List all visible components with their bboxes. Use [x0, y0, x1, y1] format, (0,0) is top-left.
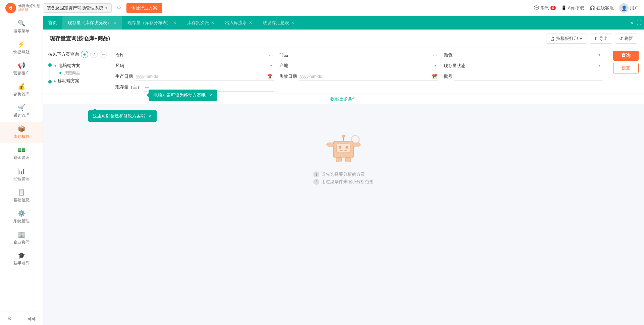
back-button[interactable]: ← [100, 51, 107, 58]
desktop-scheme-item[interactable]: ▼ 电脑端方案 [54, 62, 107, 69]
print-button[interactable]: 🖨 按模板打印 ▼ [546, 34, 587, 44]
tab-close-icon[interactable]: ✕ [173, 20, 176, 25]
sidebar-label-operations: 经营管理 [13, 176, 30, 182]
set-button[interactable]: 设置 [613, 63, 639, 73]
sidebar-label-search: 搜索菜单 [13, 28, 30, 34]
chevron-down-icon2: ▼ [269, 64, 273, 67]
scheme-tooltip: 电脑方案可设为移动方案哦 ✕ [149, 90, 217, 101]
warehouse-more-icon[interactable]: ··· [269, 52, 273, 58]
sidebar-label-enterprise: 企业协同 [13, 239, 30, 245]
stock-status-input[interactable]: ▼ [468, 61, 602, 70]
chevron-down-icon3: ▼ [434, 64, 437, 67]
tab-close-icon[interactable]: ✕ [113, 20, 117, 25]
close-all-icon[interactable]: ✕ [630, 20, 634, 25]
sidebar-item-system[interactable]: ⚙️ 系统管理 [0, 206, 43, 227]
sidebar-item-newbie[interactable]: 🎓 新手引导 [0, 249, 43, 270]
desktop-child-item: ● 按照商品 [54, 69, 107, 76]
product-input[interactable]: ··· [290, 51, 438, 59]
scheme-tooltip-close[interactable]: ✕ [209, 93, 212, 98]
newbie-icon: 🎓 [18, 252, 25, 259]
action-buttons: 查询 设置 [608, 48, 644, 94]
sidebar-item-enterprise[interactable]: 🏢 企业协同 [0, 227, 43, 249]
expiry-date-input[interactable]: yyyy-mm-dd 📅 [299, 72, 438, 81]
batch-input[interactable] [454, 72, 602, 81]
tab-close-icon[interactable]: ✕ [211, 20, 214, 25]
production-date-input[interactable]: yyyy-mm-dd 📅 [135, 72, 274, 81]
color-input[interactable]: ▼ [454, 51, 602, 59]
sidebar-item-purchase[interactable]: 🛒 采购管理 [0, 101, 43, 122]
content-area: 首页 现存量（库存状况表） ✕ 现存量（库存分布表） ✕ 库存批次账 ✕ 出入库… [43, 16, 644, 325]
trial-button[interactable]: 体验行业方案 [126, 3, 162, 13]
tab-summary[interactable]: 收发存汇总表 ✕ [258, 16, 300, 30]
sales-icon: 💰 [18, 83, 25, 90]
origin-input[interactable]: ▼ [290, 61, 438, 70]
origin-filter: 产地 ▼ [279, 61, 438, 70]
sidebar-item-guide[interactable]: ⚡ 快捷导航 [0, 37, 43, 58]
tab-close-icon[interactable]: ✕ [249, 20, 252, 25]
sidebar-label-newbie: 新手引导 [13, 261, 30, 266]
message-button[interactable]: 💬 消息 6 [534, 5, 556, 11]
export-button[interactable]: ⬆ 导出 [590, 34, 612, 44]
tab-close-icon[interactable]: ✕ [291, 20, 294, 25]
edit-tooltip-close[interactable]: ✕ [149, 114, 152, 118]
sidebar-item-search[interactable]: 🔍 搜索菜单 [0, 16, 43, 37]
calendar-icon[interactable]: 📅 [267, 74, 273, 79]
tab-inventory-distribution[interactable]: 现存量（库存分布表） ✕ [122, 16, 182, 30]
edit-tooltip: 这里可以创建和修改方案哦 ✕ [88, 110, 157, 122]
warehouse-input[interactable]: ··· [126, 51, 274, 59]
add-scheme-button[interactable]: + [81, 51, 88, 58]
step2-num: 2 [313, 179, 319, 185]
scheme-list: ▼ 电脑端方案 ● 按照商品 ▶ [54, 62, 107, 85]
page-title: 现存量查询(按仓库+商品) [50, 35, 110, 42]
size-input[interactable]: ▼ [126, 61, 274, 70]
calendar-icon2[interactable]: 📅 [431, 74, 437, 79]
svg-point-3 [345, 146, 348, 149]
app-download-button[interactable]: 📱 App下载 [561, 5, 584, 11]
tab-inventory-batch[interactable]: 库存批次账 ✕ [182, 16, 220, 30]
sidebar-item-basic[interactable]: 📋 基础信息 [0, 185, 43, 206]
header-actions: 🖨 按模板打印 ▼ ⬆ 导出 ↺ 刷新 [546, 34, 637, 44]
collapse-button[interactable]: 收起更多条件 [330, 96, 357, 101]
search-icon: 🔍 [18, 19, 25, 27]
maximize-icon[interactable]: ⛶ [637, 20, 641, 25]
message-icon: 💬 [534, 5, 539, 10]
refresh-button[interactable]: ↺ 刷新 [615, 34, 637, 44]
batch-filter: 批号 [444, 72, 602, 81]
export-icon: ⬆ [594, 36, 598, 41]
tab-inventory-status[interactable]: 现存量（库存状况表） ✕ [62, 16, 122, 30]
phone-icon: 📱 [561, 5, 567, 10]
sidebar-item-inventory[interactable]: 📦 库存核算 [0, 122, 43, 143]
sidebar-label-sales: 销售管理 [13, 92, 30, 97]
sidebar-item-operations[interactable]: 📊 经营管理 [0, 164, 43, 185]
robot-svg [323, 124, 364, 165]
tab-home[interactable]: 首页 [43, 16, 62, 30]
logo-text: 畅捷通好生意 标签版 [18, 4, 40, 12]
system-select[interactable]: 装备及固定资产辅助管理系统 ▼ [43, 3, 112, 13]
settings-button[interactable]: ⚙ [114, 3, 124, 13]
logo-area: 6 畅捷通好生意 标签版 [5, 3, 40, 13]
sidebar-item-finance[interactable]: 💵 资金管理 [0, 143, 43, 164]
filter-row-1: 仓库 ··· 商品 [115, 51, 602, 59]
online-service-button[interactable]: 🎧 在线客服 [590, 5, 614, 11]
sidebar-item-sales[interactable]: 💰 销售管理 [0, 79, 43, 101]
scheme-panel: 按以下方案查询 + ↺ ← [43, 48, 110, 94]
user-menu[interactable]: 👤 用户 [619, 3, 639, 13]
product-more-icon[interactable]: ··· [433, 52, 437, 58]
active-scheme-dot: ● [59, 70, 61, 75]
chevron-down-icon: ▼ [579, 37, 583, 41]
mobile-scheme-item[interactable]: ▶ 移动端方案 [54, 76, 107, 85]
main-area: 🔍 搜索菜单 ⚡ 快捷导航 📢 营销推广 💰 销售管理 🛒 采购管理 📦 [0, 16, 644, 325]
collapse-icon2: ▶ [54, 79, 56, 83]
tab-inout-flow[interactable]: 出入库流水 ✕ [220, 16, 258, 30]
logo-icon: 6 [5, 3, 16, 13]
page-header: 现存量查询(按仓库+商品) 🖨 按模板打印 ▼ ⬆ 导出 ↺ [43, 30, 644, 48]
operations-icon: 📊 [18, 167, 25, 175]
settings-bottom-icon[interactable]: ⚙ [7, 315, 12, 322]
svg-rect-6 [327, 143, 334, 146]
refresh-scheme-button[interactable]: ↺ [90, 51, 98, 58]
search-button[interactable]: 查询 [613, 51, 639, 61]
sidebar-item-marketing[interactable]: 📢 营销推广 [0, 58, 43, 79]
collapse-icon[interactable]: ◀◀ [27, 315, 35, 322]
production-date-filter: 生产日期 yyyy-mm-dd 📅 [115, 72, 274, 81]
svg-point-5 [342, 135, 345, 138]
